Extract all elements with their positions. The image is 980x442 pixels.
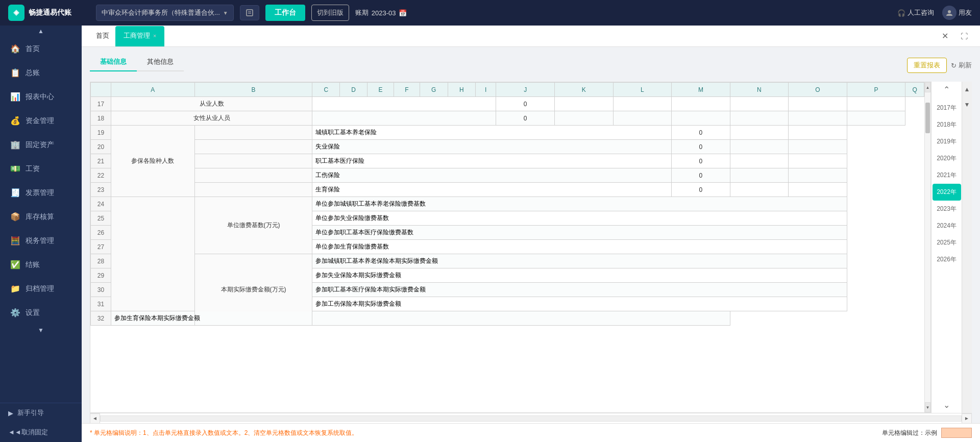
cell-c17[interactable]: [312, 97, 496, 111]
sidebar-item-archive[interactable]: 📁 归档管理: [0, 277, 82, 301]
year-item[interactable]: 2026年: [933, 251, 961, 268]
cell-c20[interactable]: 失业保险: [312, 140, 672, 154]
table-cell[interactable]: [730, 154, 789, 168]
table-cell[interactable]: [847, 97, 905, 111]
table-cell[interactable]: [554, 97, 613, 111]
new-guide-btn[interactable]: ▶ 新手引导: [0, 403, 82, 423]
v-scroll-track[interactable]: [925, 92, 930, 402]
cell-c19[interactable]: 城镇职工基本养老保险: [312, 126, 672, 140]
v-scroll-thumb[interactable]: [925, 103, 930, 133]
sidebar-item-tax[interactable]: 🧮 税务管理: [0, 229, 82, 253]
cell-c25[interactable]: 单位参加失业保险缴费基数: [312, 211, 847, 226]
cell-c30[interactable]: 参加职工基本医疗保险本期实际缴费金额: [312, 283, 847, 297]
sidebar-item-salary[interactable]: 💵 工资: [0, 157, 82, 181]
workbench-button[interactable]: 工作台: [265, 5, 305, 21]
tab-close-icon[interactable]: ×: [153, 33, 156, 39]
cell-o20[interactable]: 0: [672, 140, 730, 154]
collapse-down-btn[interactable]: ▼: [962, 97, 972, 112]
table-cell[interactable]: [847, 111, 905, 126]
calendar-icon[interactable]: 📅: [399, 9, 407, 17]
bottom-scrollbar[interactable]: ◄ ►: [90, 413, 972, 423]
cell-k17[interactable]: 0: [496, 97, 555, 111]
year-item[interactable]: 2025年: [933, 234, 961, 251]
table-cell[interactable]: [730, 168, 789, 183]
sidebar-item-invoice[interactable]: 🧾 发票管理: [0, 181, 82, 205]
sidebar-item-inventory[interactable]: 📦 库存核算: [0, 205, 82, 229]
window-close-button[interactable]: ✕: [938, 29, 952, 43]
cell-o23[interactable]: 0: [672, 183, 730, 197]
cell-c27[interactable]: 单位参加生育保险缴费基数: [312, 240, 847, 254]
cell-b21[interactable]: [194, 154, 312, 168]
table-cell[interactable]: [672, 97, 730, 111]
table-cell[interactable]: [730, 140, 789, 154]
cell-a17[interactable]: 从业人数: [111, 97, 312, 111]
cell-k18[interactable]: 0: [496, 111, 555, 126]
cell-c26[interactable]: 单位参加职工基本医疗保险缴费基数: [312, 226, 847, 240]
sidebar-scroll-up[interactable]: ▲: [0, 26, 82, 37]
cell-o22[interactable]: 0: [672, 168, 730, 183]
sidebar-item-reports[interactable]: 📊 报表中心: [0, 85, 82, 109]
year-scroll-down-btn[interactable]: ⌄: [932, 397, 962, 413]
cell-c31[interactable]: 参加工伤保险本期实际缴费金额: [312, 297, 847, 311]
table-cell[interactable]: [730, 111, 789, 126]
v-scroll-down-btn[interactable]: ▼: [925, 402, 930, 412]
cell-a18[interactable]: 女性从业人员: [111, 111, 312, 126]
sidebar-item-assets[interactable]: 🏢 固定资产: [0, 133, 82, 157]
sub-tab-other[interactable]: 其他信息: [137, 53, 184, 71]
sidebar-item-finance[interactable]: 💰 资金管理: [0, 109, 82, 133]
collapse-up-btn[interactable]: ▲: [962, 82, 972, 97]
table-cell[interactable]: [789, 168, 847, 183]
tab-industrial[interactable]: 工商管理 ×: [115, 26, 164, 46]
table-cell[interactable]: [789, 154, 847, 168]
cell-c23[interactable]: 生育保险: [312, 183, 672, 197]
year-item[interactable]: 2024年: [933, 217, 961, 234]
cell-b19[interactable]: [194, 126, 312, 140]
cell-c21[interactable]: 职工基本医疗保险: [312, 154, 672, 168]
table-cell[interactable]: [730, 183, 789, 197]
sidebar-scroll-down[interactable]: ▼: [0, 325, 82, 336]
year-item[interactable]: 2018年: [933, 116, 961, 133]
v-scroll-up-btn[interactable]: ▲: [925, 82, 930, 92]
window-expand-button[interactable]: ⛶: [957, 30, 972, 42]
table-cell[interactable]: [613, 111, 672, 126]
table-cell[interactable]: [789, 111, 847, 126]
table-cell[interactable]: [789, 140, 847, 154]
year-item[interactable]: 2017年: [933, 100, 961, 116]
sub-tab-basic[interactable]: 基础信息: [90, 53, 137, 71]
year-item[interactable]: 2023年: [933, 201, 961, 217]
cell-a19[interactable]: 参保各险种人数: [111, 126, 195, 197]
cell-b22[interactable]: [194, 168, 312, 183]
table-cell[interactable]: [789, 126, 847, 140]
switch-version-button[interactable]: 切到旧版: [311, 5, 349, 21]
reset-report-button[interactable]: 重置报表: [907, 58, 947, 73]
cell-b23[interactable]: [194, 183, 312, 197]
year-scroll-up-btn[interactable]: ⌃: [932, 82, 962, 97]
sidebar-item-settings[interactable]: ⚙️ 设置: [0, 301, 82, 325]
cell-c32[interactable]: 参加生育保险本期实际缴费金额: [111, 311, 730, 326]
year-item[interactable]: 2022年: [933, 184, 961, 201]
table-cell[interactable]: [789, 97, 847, 111]
cell-c29[interactable]: 参加失业保险本期实际缴费金额: [312, 268, 847, 283]
report-btn[interactable]: [240, 5, 259, 21]
ai-consult-btn[interactable]: 🎧 人工咨询: [897, 8, 934, 17]
tab-home[interactable]: 首页: [90, 26, 115, 46]
cell-c24[interactable]: 单位参加城镇职工基本养老保险缴费基数: [312, 197, 847, 211]
cell-o21[interactable]: 0: [672, 154, 730, 168]
h-scroll-right-btn[interactable]: ►: [962, 413, 972, 424]
table-cell[interactable]: [730, 97, 789, 111]
refresh-button[interactable]: ↻ 刷新: [951, 61, 972, 70]
cell-o19[interactable]: 0: [672, 126, 730, 140]
v-scrollbar[interactable]: ▲ ▼: [924, 82, 930, 412]
table-cell[interactable]: [554, 111, 613, 126]
h-scrollbar-track[interactable]: [100, 415, 962, 422]
cancel-fixed-btn[interactable]: ◄◄取消固定: [0, 423, 82, 442]
h-scroll-left-btn[interactable]: ◄: [90, 413, 100, 424]
table-cell[interactable]: [672, 111, 730, 126]
cell-c28[interactable]: 参加城镇职工基本养老保险本期实际缴费金额: [312, 254, 847, 268]
sidebar-item-close-accounts[interactable]: ✅ 结账: [0, 253, 82, 277]
cell-b20[interactable]: [194, 140, 312, 154]
table-cell[interactable]: [613, 97, 672, 111]
spreadsheet-main[interactable]: A B C D E F G H I J: [90, 82, 924, 412]
table-cell[interactable]: [730, 126, 789, 140]
cell-a24[interactable]: [111, 197, 195, 311]
